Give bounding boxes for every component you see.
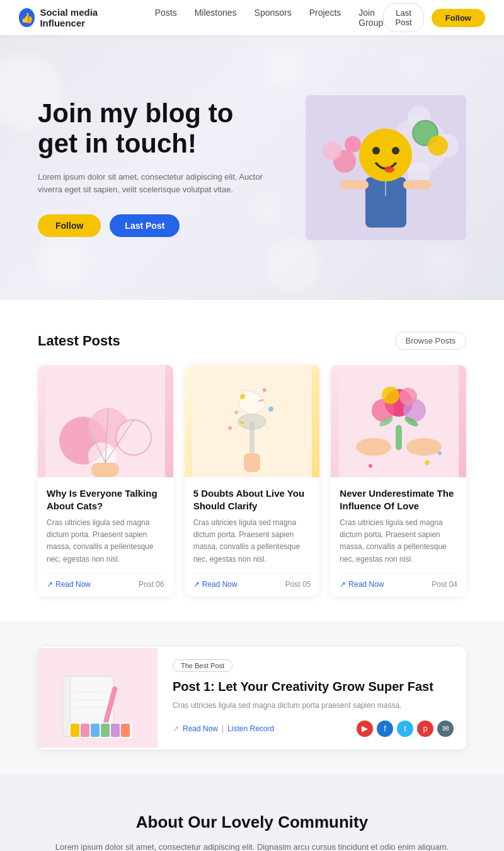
hero-follow-button[interactable]: Follow [38, 214, 101, 237]
svg-rect-42 [339, 365, 459, 477]
post-card-1-read-link[interactable]: ↗ Read Now [47, 580, 91, 589]
hero-content: Join my blog to get in touch! Lorem ipsu… [38, 98, 277, 237]
svg-point-10 [359, 129, 412, 182]
post-card-1-body: Why Is Everyone Talking About Cats? Cras… [38, 477, 173, 596]
nav-sponsors[interactable]: Sponsors [255, 8, 292, 28]
svg-point-15 [323, 141, 341, 160]
svg-point-38 [268, 407, 273, 412]
post-card-2-read-link[interactable]: ↗ Read Now [193, 580, 238, 589]
featured-title: Post 1: Let Your Creativity Grow Super F… [173, 678, 454, 695]
post-card-2-footer: ↗ Read Now Post 05 [193, 573, 311, 589]
community-title: About Our Lovely Community [25, 813, 479, 832]
post-card-3: Never Underestimate The Influence Of Lov… [331, 365, 466, 596]
svg-point-55 [438, 451, 442, 455]
featured-post-body: The Best Post Post 1: Let Your Creativit… [173, 647, 466, 750]
nav-milestones[interactable]: Milestones [195, 8, 237, 28]
hero-last-post-button[interactable]: Last Post [110, 214, 180, 237]
post-card-1-desc: Cras ultricies ligula sed magna dictum p… [47, 517, 164, 565]
post-card-3-image [331, 365, 466, 477]
svg-rect-27 [91, 463, 119, 475]
post-card-2-number: Post 05 [285, 580, 311, 589]
hero-image-placeholder [306, 95, 466, 240]
hero-buttons: Follow Last Post [38, 214, 277, 237]
svg-point-52 [406, 438, 442, 456]
nav-projects[interactable]: Projects [309, 8, 341, 28]
svg-rect-67 [91, 724, 100, 737]
svg-rect-66 [81, 724, 89, 737]
pinterest-icon[interactable]: p [417, 721, 433, 737]
read-arrow-icon-2: ↗ [193, 580, 200, 589]
latest-posts-title: Latest Posts [38, 333, 120, 349]
navbar: 👍 Social media Influencer Posts Mileston… [0, 0, 504, 35]
svg-rect-9 [403, 180, 432, 189]
post-card-2: 5 Doubts About Live You Should Clarify C… [185, 365, 320, 596]
hero-description: Lorem ipsum dolor sit amet, consectetur … [38, 171, 277, 197]
nav-links: Posts Milestones Sponsors Projects Join … [155, 8, 384, 28]
svg-point-39 [228, 426, 232, 430]
svg-point-12 [392, 147, 399, 154]
brand: 👍 Social media Influencer [19, 7, 130, 28]
featured-post-image [38, 648, 158, 748]
svg-point-53 [369, 464, 372, 468]
post-card-1: Why Is Everyone Talking About Cats? Cras… [38, 365, 173, 596]
post-card-2-image [185, 365, 320, 477]
featured-listen-link[interactable]: Listen Record [227, 724, 274, 733]
svg-point-36 [263, 388, 266, 392]
post-card-2-body: 5 Doubts About Live You Should Clarify C… [185, 477, 320, 596]
post-card-1-number: Post 06 [139, 580, 164, 589]
latest-posts-section: Latest Posts Browse Posts [0, 300, 504, 622]
brand-icon: 👍 [19, 8, 35, 27]
hero-image [306, 95, 466, 240]
featured-read-link[interactable]: Read Now [183, 724, 218, 733]
post-card-3-body: Never Underestimate The Influence Of Lov… [331, 477, 466, 596]
svg-rect-32 [244, 453, 260, 472]
svg-point-46 [382, 386, 399, 404]
twitter-icon[interactable]: t [397, 721, 413, 737]
featured-badge: The Best Post [173, 659, 232, 672]
featured-links: ↗ Read Now | Listen Record [173, 724, 274, 733]
svg-point-13 [384, 166, 394, 173]
social-icons: ▶ f t p ✉ [357, 721, 454, 737]
community-description: Lorem ipsum dolor sit amet, consectetur … [25, 841, 479, 851]
featured-links-row: ↗ Read Now | Listen Record ▶ f t p ✉ [173, 721, 454, 737]
svg-point-54 [425, 460, 430, 465]
brand-name: Social media Influencer [40, 7, 129, 28]
svg-rect-65 [71, 724, 79, 737]
facebook-icon[interactable]: f [377, 721, 393, 737]
svg-point-51 [356, 438, 391, 456]
email-icon[interactable]: ✉ [437, 721, 454, 737]
latest-posts-header: Latest Posts Browse Posts [38, 332, 466, 350]
featured-card: The Best Post Post 1: Let Your Creativit… [38, 647, 466, 750]
nav-last-post-button[interactable]: Last Post [383, 3, 424, 32]
youtube-icon[interactable]: ▶ [357, 721, 373, 737]
community-section: About Our Lovely Community Lorem ipsum d… [0, 775, 504, 851]
post-card-3-footer: ↗ Read Now Post 04 [340, 573, 457, 589]
nav-follow-button[interactable]: Follow [432, 9, 485, 27]
post-card-1-title: Why Is Everyone Talking About Cats? [47, 487, 164, 512]
post-card-1-footer: ↗ Read Now Post 06 [47, 573, 164, 589]
svg-point-47 [399, 388, 417, 405]
browse-posts-button[interactable]: Browse Posts [395, 332, 466, 350]
nav-posts[interactable]: Posts [155, 8, 177, 28]
post-card-3-read-link[interactable]: ↗ Read Now [340, 580, 384, 589]
post-card-3-number: Post 04 [432, 580, 457, 589]
svg-point-37 [234, 410, 238, 414]
hero-section: Join my blog to get in touch! Lorem ipsu… [0, 35, 504, 300]
svg-point-24 [116, 420, 151, 455]
post-card-2-title: 5 Doubts About Live You Should Clarify [193, 487, 311, 512]
svg-point-34 [238, 414, 266, 429]
posts-grid: Why Is Everyone Talking About Cats? Cras… [38, 365, 466, 596]
svg-point-35 [240, 394, 245, 399]
read-arrow-icon-1: ↗ [47, 580, 53, 589]
nav-join-group[interactable]: Join Group [358, 8, 383, 28]
svg-point-16 [345, 136, 361, 153]
svg-rect-68 [101, 724, 110, 737]
hero-title: Join my blog to get in touch! [38, 98, 277, 159]
post-card-3-desc: Cras ultricies ligula sed magna dictum p… [340, 517, 457, 565]
svg-point-11 [372, 147, 380, 154]
read-arrow-icon-3: ↗ [340, 580, 346, 589]
svg-point-19 [428, 136, 448, 156]
svg-rect-50 [396, 425, 402, 450]
post-card-1-image [38, 365, 173, 477]
svg-rect-70 [121, 724, 130, 737]
